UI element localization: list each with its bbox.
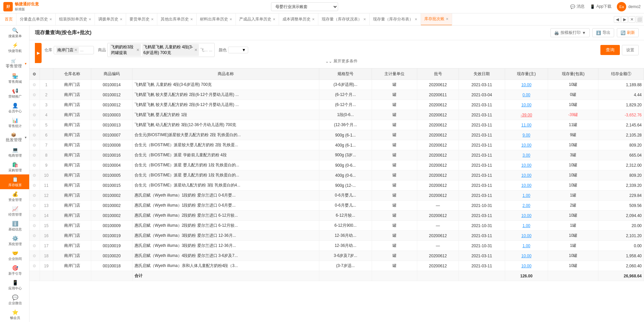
close-tab-transfer[interactable]: ✕	[120, 17, 122, 21]
product-more[interactable]: ...	[209, 48, 212, 52]
message-btn[interactable]: 💬 消息	[570, 4, 585, 9]
close-tab-req[interactable]: ✕	[151, 17, 154, 21]
row-qty-main[interactable]: 10.00	[505, 100, 548, 110]
tab-home[interactable]: 首页	[1, 13, 16, 25]
row-qty-main[interactable]: 10.00	[505, 251, 548, 261]
row-qty-main[interactable]: -39.00	[505, 110, 548, 120]
row-gear[interactable]: ⚙	[30, 120, 40, 130]
tab-requisition[interactable]: 要货单历史 ✕	[126, 13, 157, 25]
sidebar-item-finance[interactable]: 💰 资金管理	[0, 189, 29, 204]
row-gear[interactable]: ⚙	[30, 261, 40, 271]
sidebar-item-ops[interactable]: 📈 经营管理	[0, 204, 29, 219]
close-tab-material-out[interactable]: ✕	[229, 17, 232, 21]
tab-material-out[interactable]: 材料出库单历史 ✕	[197, 13, 236, 25]
row-qty-main[interactable]: 11.00	[505, 120, 548, 130]
close-tab-inv-status[interactable]: ✕	[363, 17, 366, 21]
sidebar-item-basic[interactable]: ℹ️ 基础信息	[0, 219, 29, 233]
row-qty-main[interactable]: 10.00	[505, 160, 548, 170]
tab-inventory-dist[interactable]: 现存量（库存分布表） ✕	[370, 13, 421, 25]
app-download-btn[interactable]: 📱 App下载	[590, 4, 611, 9]
row-gear[interactable]: ⚙	[30, 180, 40, 191]
product-tag-container[interactable]: 飞鹤奶粉3段闭罐提装 ✕ 飞鹤星飞帆 儿童奶粉 4段(3-6岁适用) 700克 …	[107, 43, 215, 57]
warehouse-tag-container[interactable]: 南岸门店 ✕ ...	[54, 46, 94, 54]
close-tab-batch[interactable]: ✕	[446, 17, 448, 21]
sidebar-item-inventory[interactable]: 📋 库存核算	[0, 174, 29, 189]
expand-conditions-btn[interactable]: ⌄⌄ 展开更多条件	[325, 58, 358, 64]
row-qty-main[interactable]: 10.00	[505, 180, 548, 191]
row-qty-main[interactable]: 1.00	[505, 241, 548, 251]
tab-split-history[interactable]: 分量盘点单历史 ✕	[16, 13, 56, 25]
tab-cost-adjust[interactable]: 成本调整单历史 ✕	[279, 13, 318, 25]
sidebar-item-newbie[interactable]: 🎯 新手引导	[0, 263, 29, 278]
row-gear[interactable]: ⚙	[30, 150, 40, 160]
print-btn[interactable]: 🖨️ 按模板打印 ▼	[550, 28, 590, 37]
query-btn[interactable]: 查询	[600, 45, 620, 55]
row-qty-main[interactable]: 9.00	[505, 130, 548, 140]
row-qty-main[interactable]: 10.00	[505, 170, 548, 180]
row-gear[interactable]: ⚙	[30, 100, 40, 110]
nav-maximize-btn[interactable]: ⬜	[636, 16, 643, 23]
nav-close-all-btn[interactable]: ✕	[629, 16, 635, 23]
row-qty-main[interactable]: 10.00	[505, 211, 548, 221]
close-tab-product-in[interactable]: ✕	[273, 17, 275, 21]
sidebar-item-retail-mall[interactable]: 🏪 零售商城	[0, 71, 29, 86]
sidebar-item-marketing[interactable]: 📢 营销推广	[0, 86, 29, 101]
remove-product-tag-2[interactable]: ✕	[194, 48, 198, 52]
row-gear[interactable]: ⚙	[30, 160, 40, 170]
row-gear[interactable]: ⚙	[30, 80, 40, 90]
row-gear[interactable]: ⚙	[30, 211, 40, 221]
refresh-btn[interactable]: 🔄 刷新	[617, 28, 639, 37]
row-qty-main[interactable]: 0.00	[505, 90, 548, 100]
sidebar-item-membership[interactable]: ⭐ 畅会员	[0, 307, 29, 322]
row-qty-main[interactable]: 10.00	[505, 231, 548, 241]
sidebar-item-quicknav[interactable]: ⚡ 快捷导航	[0, 40, 29, 55]
row-gear[interactable]: ⚙	[30, 221, 40, 231]
remove-warehouse-tag[interactable]: ✕	[74, 48, 77, 52]
close-tab-disassembly[interactable]: ✕	[89, 17, 91, 21]
sidebar-item-collab[interactable]: 🤝 企业协同	[0, 248, 29, 263]
row-gear[interactable]: ⚙	[30, 231, 40, 241]
sidebar-item-retail-mgmt[interactable]: 🛒 零售管理 ▼	[0, 56, 29, 71]
nav-prev-btn[interactable]: ◀	[614, 16, 621, 23]
sidebar-item-ecommerce[interactable]: 💻 电商管理	[0, 145, 29, 160]
tab-disassembly[interactable]: 组装拆卸单历史 ✕	[56, 13, 95, 25]
row-qty-main[interactable]: 3.00	[505, 150, 548, 160]
sidebar-item-purchase[interactable]: 🛍️ 采购管理	[0, 160, 29, 174]
nav-next-btn[interactable]: ▶	[621, 16, 628, 23]
row-gear[interactable]: ⚙	[30, 170, 40, 180]
row-gear[interactable]: ⚙	[30, 241, 40, 251]
expand-arrow-btn[interactable]: ▶	[35, 43, 42, 63]
row-gear[interactable]: ⚙	[30, 191, 40, 201]
sidebar-item-wechat-work[interactable]: 💬 企业微信	[0, 292, 29, 307]
close-tab-split[interactable]: ✕	[49, 17, 52, 21]
user-area[interactable]: Ea demo2	[617, 2, 641, 11]
close-tab-inv-dist[interactable]: ✕	[415, 17, 417, 21]
row-qty-main[interactable]: 1.00	[505, 221, 548, 231]
tab-transfer[interactable]: 调拨单历史 ✕	[95, 13, 126, 25]
product-ellipsis[interactable]: 飞...	[200, 47, 208, 53]
row-qty-main[interactable]: 10.00	[505, 140, 548, 150]
tab-product-in[interactable]: 产成品入库单历史 ✕	[236, 13, 279, 25]
row-gear[interactable]: ⚙	[30, 130, 40, 140]
row-gear[interactable]: ⚙	[30, 201, 40, 211]
remove-product-tag-1[interactable]: ✕	[136, 48, 140, 52]
sidebar-item-wholesale[interactable]: 📦 批发管理 ▼	[0, 130, 29, 145]
row-qty-main[interactable]: 10.00	[505, 80, 548, 90]
color-dropdown[interactable]: ▼	[228, 47, 248, 53]
row-qty-main[interactable]: 1.00	[505, 191, 548, 201]
sidebar-item-appcenter[interactable]: 📱 应用中心	[0, 278, 29, 292]
close-tab-other-out[interactable]: ✕	[190, 17, 193, 21]
row-gear[interactable]: ⚙	[30, 251, 40, 261]
tab-other-out[interactable]: 其他出库单历史 ✕	[157, 13, 197, 25]
export-btn[interactable]: ⬇️ 导出	[592, 28, 614, 37]
warehouse-ellipsis[interactable]: ...	[80, 48, 84, 52]
sidebar-item-member[interactable]: 👤 会员中心	[0, 101, 29, 115]
company-selector[interactable]: 母婴行业演示账套	[271, 2, 338, 11]
row-gear[interactable]: ⚙	[30, 140, 40, 150]
tab-inventory-status[interactable]: 现存量（库存状况表） ✕	[318, 13, 370, 25]
sidebar-item-system[interactable]: ⚙️ 系统管理	[0, 233, 29, 248]
sidebar-item-search[interactable]: 🔍 搜索菜单	[0, 25, 29, 40]
close-tab-cost-adjust[interactable]: ✕	[312, 17, 315, 21]
row-qty-main[interactable]: 2.00	[505, 201, 548, 211]
row-qty-main[interactable]: 10.00	[505, 261, 548, 271]
